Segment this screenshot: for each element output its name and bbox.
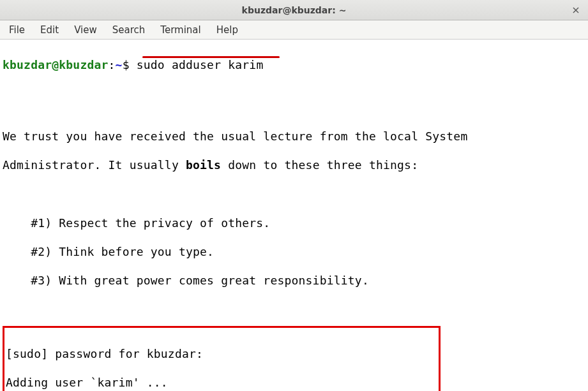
command-underline-annotation (142, 56, 280, 58)
lecture-line-2: Administrator. It usually boils down to … (3, 158, 585, 173)
lecture-line-1: We trust you have received the usual lec… (3, 129, 585, 144)
menu-help[interactable]: Help (209, 22, 246, 38)
lecture-rule-2: #2) Think before you type. (3, 245, 585, 260)
menu-file[interactable]: File (5, 22, 33, 38)
prompt-user-host: kbuzdar@kbuzdar (3, 58, 109, 71)
lecture-rule-3: #3) With great power comes great respons… (3, 274, 585, 288)
menu-view[interactable]: View (66, 22, 105, 38)
window-titlebar: kbuzdar@kbuzdar: ~ × (0, 0, 588, 20)
highlighted-output-box: [sudo] password for kbuzdar: Adding user… (3, 326, 441, 391)
sudo-password-prompt: [sudo] password for kbuzdar: (6, 347, 437, 362)
menu-search[interactable]: Search (105, 22, 153, 38)
prompt-symbol: $ (123, 58, 130, 71)
lecture-block: We trust you have received the usual lec… (3, 115, 585, 316)
lecture-rule-1: #1) Respect the privacy of others. (3, 216, 585, 231)
terminal-body[interactable]: kbuzdar@kbuzdar:~$ sudo adduser karim We… (0, 40, 588, 391)
close-icon[interactable]: × (570, 4, 582, 16)
command-text: sudo adduser karim (137, 58, 264, 71)
window-title: kbuzdar@kbuzdar: ~ (242, 5, 347, 15)
menu-bar: File Edit View Search Terminal Help (0, 20, 588, 40)
prompt-path: ~ (116, 58, 123, 71)
menu-edit[interactable]: Edit (33, 22, 66, 38)
prompt-line: kbuzdar@kbuzdar:~$ sudo adduser karim (3, 43, 585, 101)
menu-terminal[interactable]: Terminal (153, 22, 208, 38)
adding-user-line: Adding user `karim' ... (6, 376, 437, 390)
prompt-colon: : (109, 58, 116, 71)
